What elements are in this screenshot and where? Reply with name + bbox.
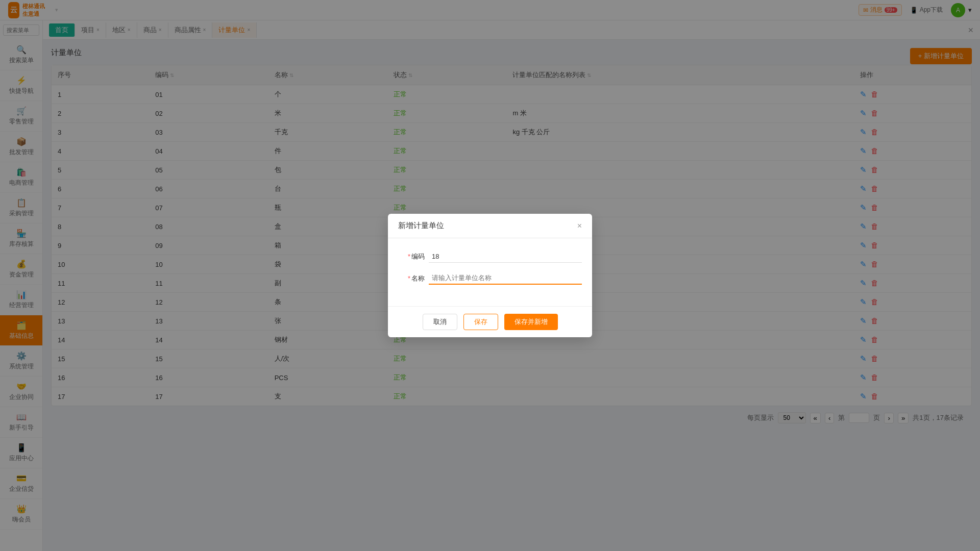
save-and-new-button[interactable]: 保存并新增 [504,314,558,330]
modal-close-button[interactable]: × [577,222,582,230]
save-button[interactable]: 保存 [463,314,498,330]
name-input[interactable] [429,272,582,285]
name-label: *名称 [398,274,429,283]
code-required-mark: * [408,253,410,260]
modal-body: *编码 *名称 [388,238,592,306]
modal-title: 新增计量单位 [398,221,444,231]
cancel-button[interactable]: 取消 [423,314,457,330]
code-label: *编码 [398,252,429,261]
modal-footer: 取消 保存 保存并新增 [388,306,592,337]
add-unit-modal: 新增计量单位 × *编码 *名称 取消 保存 保存并新增 [388,214,592,337]
code-input[interactable] [429,251,582,263]
modal-header: 新增计量单位 × [388,214,592,238]
name-required-mark: * [408,274,410,282]
modal-overlay: 新增计量单位 × *编码 *名称 取消 保存 保存并新增 [0,0,980,551]
name-form-row: *名称 [398,272,582,285]
code-form-row: *编码 [398,251,582,263]
